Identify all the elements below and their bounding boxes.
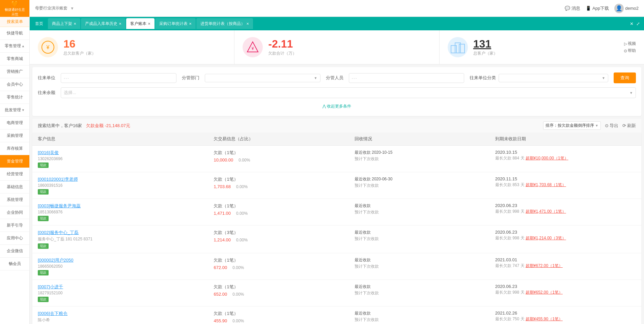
tab-expand-icon[interactable]: ⤢: [636, 21, 640, 26]
customer-name-link[interactable]: [0006]去下粮仓: [38, 311, 214, 317]
total-debt-info: -2.11 欠款合计（万）: [268, 38, 431, 56]
sidebar-item-ecommerce[interactable]: 电商管理: [0, 117, 29, 129]
customer-tag: 现款: [38, 216, 49, 221]
customer-name-link[interactable]: [0016]吴俊: [38, 150, 214, 156]
sidebar-item-capital-mgmt[interactable]: 资金管理: [0, 155, 29, 168]
debt-amount[interactable]: 672.00: [214, 265, 227, 270]
overdue-link[interactable]: 超期¥1,703.68（1笔）: [526, 182, 566, 187]
debt-count: 欠款（1笔）: [214, 150, 354, 156]
debt-count: 欠款（1笔）: [214, 311, 354, 317]
close-icon[interactable]: ✕: [246, 22, 249, 26]
sidebar-item-member-center[interactable]: 会员中心: [0, 78, 29, 91]
overdue-link[interactable]: 超期¥652.00（1笔）: [526, 290, 563, 295]
debt-percent: 0.00%: [232, 292, 244, 297]
app-logo[interactable]: 🧡 畅捷通好生意 示范: [0, 0, 29, 17]
user-menu[interactable]: 👤 demo2: [614, 4, 639, 13]
sidebar-item-corp-wechat[interactable]: 企业微信: [0, 245, 29, 258]
tab-product-listing[interactable]: 商品上下架 ✕: [48, 18, 80, 29]
sidebar-item-basic-info[interactable]: 基础信息: [0, 181, 29, 194]
debt-percent: 0.00%: [236, 211, 248, 216]
customer-name-link[interactable]: [0007]小进千: [38, 284, 214, 290]
customer-name-link[interactable]: [000002]用户2050: [38, 257, 214, 263]
customer-name-link[interactable]: [0002]服务中心_丁磊: [38, 230, 214, 236]
sidebar-item-corp-collab[interactable]: 企业协同: [0, 206, 29, 219]
debt-percent: 0.00%: [239, 158, 250, 163]
close-icon[interactable]: ✕: [119, 22, 121, 26]
filter-select-balance[interactable]: 选择... ▼: [61, 87, 636, 98]
filter-input-person[interactable]: ···: [349, 73, 465, 83]
customer-name-link[interactable]: [0001020001]李老师: [38, 176, 214, 182]
sidebar-item-sys-mgmt[interactable]: 系统管理: [0, 194, 29, 206]
overdue-link[interactable]: 超期¥10,000.00（1笔）: [526, 156, 568, 160]
tabs-actions: ✕ ⤢: [630, 21, 643, 26]
export-btn[interactable]: ⊙ 导出: [605, 123, 618, 129]
sidebar-item-quick-nav[interactable]: 快捷导航: [0, 27, 29, 40]
overdue-link[interactable]: 超期¥1,471.00（1笔）: [526, 209, 566, 214]
topbar: 母婴行业演示账套 ▼ 💬 消息 📱 App下载 👤 demo2: [30, 0, 644, 17]
search-menu[interactable]: 搜索菜单: [0, 17, 29, 27]
customer-name-link[interactable]: [0003]畅捷服务尹海蕊: [38, 203, 214, 209]
repayment-cell: 最近收款 2020-06-30 预计下次收款: [355, 176, 495, 188]
search-button[interactable]: 查询: [614, 72, 636, 83]
filter-select-category[interactable]: ▼: [499, 74, 608, 82]
chevron-down-icon: ▼: [22, 108, 25, 112]
sidebar-item-inventory[interactable]: 库存核算: [0, 142, 29, 155]
sidebar-item-batch-mgmt[interactable]: 批发管理▼: [0, 104, 29, 117]
next-payment: 预计下次收款: [355, 156, 495, 162]
filter-area: 往来单位 ··· 分管部门 ▼ 分管人员 ···: [32, 67, 641, 116]
sidebar-item-zero-retail-mall[interactable]: 零售商城: [0, 53, 29, 65]
debt-amount[interactable]: 1,471.00: [214, 211, 231, 216]
debt-amount[interactable]: 652.00: [214, 292, 227, 297]
tab-import-stats[interactable]: 进货单统计表（按商品） ✕: [196, 18, 253, 29]
company-dropdown[interactable]: ▼: [70, 6, 74, 11]
sidebar-item-biz-mgmt[interactable]: 经营管理: [0, 168, 29, 181]
close-icon[interactable]: ✕: [148, 22, 150, 26]
recent-payment: 最近收款: [355, 311, 495, 316]
total-debt-icon: ¥: [243, 37, 263, 57]
customer-phone: 18665062050: [38, 264, 214, 269]
filter-select-dept[interactable]: ▼: [205, 74, 320, 82]
app-download-btn[interactable]: 📱 App下载: [586, 5, 609, 11]
customer-phone: 服务中心_丁磊 181 0125 8371: [38, 236, 214, 242]
debt-amount[interactable]: 455.90: [214, 318, 227, 323]
debtors-icon: ¥: [38, 37, 58, 57]
video-btn[interactable]: ▷ 视频: [624, 41, 636, 47]
table-header: 客户信息 欠交易信息（占比） 回收情况 到期未收款日期: [32, 132, 641, 146]
sidebar-item-app-center[interactable]: 应用中心: [0, 232, 29, 245]
close-icon[interactable]: ✕: [189, 22, 192, 26]
sidebar-item-zero-stats[interactable]: 零售统计: [0, 91, 29, 104]
sort-select[interactable]: 排序：按欠款金额倒序排序 ▼: [543, 121, 601, 130]
message-btn[interactable]: 💬 消息: [565, 5, 580, 11]
sidebar-item-purchase-mgmt[interactable]: 采购管理: [0, 129, 29, 142]
summary-card-debtors: ¥ 16 总欠款客户（家）: [30, 30, 234, 64]
total-customers-label: 总客户（家）: [473, 51, 618, 56]
results-text: 搜索结果中，客户16家: [38, 123, 82, 128]
total-customers-count: 131: [473, 38, 618, 49]
tab-product-history[interactable]: 产成品入库单历史 ✕: [81, 18, 125, 29]
overdue-link[interactable]: 超期¥672.00（1笔）: [526, 263, 563, 268]
tab-label: 产成品入库单历史: [85, 21, 117, 27]
tab-customer-account[interactable]: 客户账本 ✕: [126, 18, 155, 29]
collapse-filters-btn[interactable]: ⋀ 收起更多条件: [38, 102, 636, 111]
sidebar-item-pro-member[interactable]: 畅会员: [0, 258, 29, 270]
filter-group-unit: 往来单位 ···: [38, 73, 176, 83]
sidebar-item-zero-retail-mgmt[interactable]: 零售管理▲: [0, 40, 29, 53]
sidebar-item-newbie[interactable]: 新手引导: [0, 219, 29, 232]
customer-tag: 现款: [38, 189, 49, 195]
results-bar: 搜索结果中，客户16家 欠款金额 -21,148.07元 排序：按欠款金额倒序排…: [32, 119, 641, 132]
svg-text:¥: ¥: [46, 45, 50, 50]
debt-amount[interactable]: 1,703.68: [214, 184, 231, 189]
tab-prev-icon[interactable]: ✕: [630, 21, 634, 26]
sidebar-item-marketing[interactable]: 营销推广: [0, 65, 29, 78]
tab-purchase-stats[interactable]: 采购订单统计表 ✕: [155, 18, 196, 29]
overdue-link[interactable]: 超期¥455.90（1笔）: [526, 317, 563, 321]
debt-amount[interactable]: 1,214.00: [214, 237, 231, 242]
tab-home[interactable]: 首页: [31, 18, 47, 29]
debt-amount[interactable]: 10,000.00: [214, 157, 233, 163]
help-btn[interactable]: ⊙ 帮助: [624, 48, 636, 54]
filter-input-unit[interactable]: ···: [61, 73, 176, 83]
overdue-link[interactable]: 超期¥1,214.00（3笔）: [526, 236, 566, 240]
close-icon[interactable]: ✕: [74, 22, 76, 26]
refresh-btn[interactable]: ⟳ 刷新: [622, 123, 636, 129]
recent-payment: 最近收款: [355, 284, 495, 290]
